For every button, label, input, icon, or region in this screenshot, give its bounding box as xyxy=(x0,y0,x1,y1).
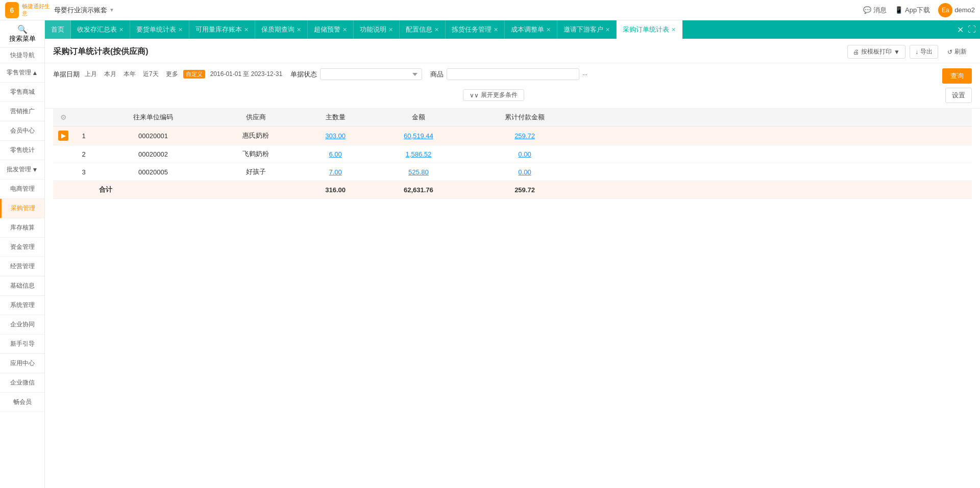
sidebar-item-enterprise-wechat[interactable]: 企业微信 xyxy=(0,373,44,393)
row-supplier-name: 惠氏奶粉 xyxy=(212,126,299,145)
row-supplier-code: 00020002 xyxy=(94,145,212,163)
date-btn-more[interactable]: 更多 xyxy=(164,69,180,79)
sidebar-search-btn[interactable]: 🔍 搜索菜单 xyxy=(0,20,44,48)
tab-pick-task[interactable]: 拣货任务管理 ✕ xyxy=(446,20,505,39)
tab-function-desc[interactable]: 功能说明 ✕ xyxy=(354,20,400,39)
refresh-icon: ↺ xyxy=(947,48,952,56)
sidebar-item-operations[interactable]: 经营管理 xyxy=(0,257,44,276)
sidebar-item-ecommerce[interactable]: 电商管理 xyxy=(0,179,44,199)
tab-receive-summary-close-icon[interactable]: ✕ xyxy=(119,27,124,33)
retail-stats-label: 零售统计 xyxy=(10,146,35,153)
tab-pick-task-close-icon[interactable]: ✕ xyxy=(494,27,498,33)
tab-shelf-life[interactable]: 保质期查询 ✕ xyxy=(255,20,308,39)
tab-order-stats-label: 要货单统计表 xyxy=(136,25,176,34)
tab-function-desc-close-icon[interactable]: ✕ xyxy=(388,27,393,33)
sidebar-item-basics[interactable]: 基础信息 xyxy=(0,276,44,296)
membership-label: 畅会员 xyxy=(13,398,32,405)
page-header: 采购订单统计表(按供应商) 🖨 按模板打印 ▼ ↓ 导出 ↺ xyxy=(45,39,980,63)
tab-invite-downstream-label: 邀请下游客户 xyxy=(564,25,603,34)
row-amount-link[interactable]: 60,519.44 xyxy=(404,132,433,140)
date-btn-7days[interactable]: 近7天 xyxy=(141,69,161,79)
expand-button[interactable]: ∨∨ 展开更多条件 xyxy=(463,89,524,101)
date-filter: 单据日期 上月 本月 本年 近7天 更多 自定义 xyxy=(53,69,282,79)
tab-invite-downstream-close-icon[interactable]: ✕ xyxy=(605,27,610,33)
sidebar-item-membership[interactable]: 畅会员 xyxy=(0,393,44,412)
row-expand-button[interactable]: ▶ xyxy=(58,131,68,141)
sidebar-item-enterprise[interactable]: 企业协同 xyxy=(0,315,44,335)
tab-receive-summary-label: 收发存汇总表 xyxy=(77,25,117,34)
tab-cost-adjust[interactable]: 成本调整单 ✕ xyxy=(505,20,557,39)
date-btn-this-month[interactable]: 本月 xyxy=(102,69,118,79)
sidebar-item-retail-store[interactable]: 零售商城 xyxy=(0,83,44,102)
table-row: 3 00020005 好孩子 7.00 525.80 0.00 xyxy=(53,163,972,181)
page-content: 采购订单统计表(按供应商) 🖨 按模板打印 ▼ ↓ 导出 ↺ xyxy=(45,39,980,488)
footer-settings-cell xyxy=(53,181,74,199)
settings-button[interactable]: 设置 xyxy=(945,88,972,103)
app-download-label: App下载 xyxy=(905,6,930,15)
sidebar-item-inventory[interactable]: 库存核算 xyxy=(0,218,44,238)
goods-input[interactable] xyxy=(447,68,579,80)
date-shortcuts: 上月 本月 本年 近7天 更多 自定义 xyxy=(83,69,205,79)
tab-order-stats[interactable]: 要货单统计表 ✕ xyxy=(130,20,189,39)
sidebar-item-member-center[interactable]: 会员中心 xyxy=(0,121,44,141)
row-quantity-link[interactable]: 7.00 xyxy=(329,168,341,176)
row-index: 2 xyxy=(74,145,94,163)
sidebar-item-retail-management[interactable]: 零售管理 ▲ xyxy=(0,63,44,83)
goods-more-icon[interactable]: ··· xyxy=(582,71,587,78)
tab-overstock[interactable]: 超储预警 ✕ xyxy=(308,20,354,39)
wholesale-arrow-icon: ▼ xyxy=(32,166,38,173)
workspace-selector[interactable]: 母婴行业演示账套 ▼ xyxy=(54,6,114,15)
row-paid-amount-link[interactable]: 0.00 xyxy=(518,168,531,176)
table-settings-icon[interactable]: ⚙ xyxy=(60,113,67,121)
row-paid-amount: 0.00 xyxy=(465,163,584,181)
sidebar-item-system[interactable]: 系统管理 xyxy=(0,296,44,315)
tab-cost-adjust-close-icon[interactable]: ✕ xyxy=(546,27,551,33)
tab-config-info[interactable]: 配置信息 ✕ xyxy=(400,20,446,39)
table-header-row: ⚙ 往来单位编码 供应商 主数量 金额 累计付款金额 xyxy=(53,109,972,126)
tab-config-info-close-icon[interactable]: ✕ xyxy=(434,27,439,33)
sidebar: 🔍 搜索菜单 快捷导航 零售管理 ▲ 零售商城 营销推广 会员中心 零售统计 xyxy=(0,20,45,488)
sidebar-item-marketing[interactable]: 营销推广 xyxy=(0,102,44,121)
tab-purchase-order-stats-close-icon[interactable]: ✕ xyxy=(671,27,676,33)
app-download-button[interactable]: 📱 App下载 xyxy=(895,6,930,15)
sidebar-item-finance[interactable]: 资金管理 xyxy=(0,238,44,257)
sidebar-item-new-guide[interactable]: 新手引导 xyxy=(0,335,44,354)
sidebar-item-wholesale-management[interactable]: 批发管理 ▼ xyxy=(0,160,44,179)
tab-invite-downstream[interactable]: 邀请下游客户 ✕ xyxy=(557,20,617,39)
refresh-button[interactable]: ↺ 刷新 xyxy=(942,45,972,58)
tab-home[interactable]: 首页 xyxy=(45,20,71,39)
status-select[interactable] xyxy=(320,68,422,80)
tab-overstock-close-icon[interactable]: ✕ xyxy=(342,27,347,33)
export-label: 导出 xyxy=(920,47,933,56)
tab-shelf-life-close-icon[interactable]: ✕ xyxy=(297,27,301,33)
tab-receive-summary[interactable]: 收发存汇总表 ✕ xyxy=(71,20,130,39)
row-quantity-link[interactable]: 6.00 xyxy=(329,150,341,158)
date-btn-last-month[interactable]: 上月 xyxy=(83,69,99,79)
close-all-tabs-icon[interactable]: ✕ xyxy=(957,25,964,35)
tab-overstock-label: 超储预警 xyxy=(314,25,340,34)
tab-home-label: 首页 xyxy=(51,25,64,34)
tab-order-stats-close-icon[interactable]: ✕ xyxy=(178,27,183,33)
row-amount-link[interactable]: 525.80 xyxy=(408,168,429,176)
row-paid-amount-link[interactable]: 0.00 xyxy=(518,150,531,158)
tab-purchase-order-stats[interactable]: 采购订单统计表 ✕ xyxy=(617,20,682,39)
tab-available-inventory-close-icon[interactable]: ✕ xyxy=(244,27,249,33)
user-profile[interactable]: Ea demo2 xyxy=(938,3,975,17)
row-supplier-code: 00020001 xyxy=(94,126,212,145)
sidebar-item-purchase-management[interactable]: 采购管理 xyxy=(0,199,44,218)
th-quantity: 主数量 xyxy=(299,109,371,126)
sidebar-item-app-center[interactable]: 应用中心 xyxy=(0,354,44,373)
tab-available-inventory[interactable]: 可用量库存账本 ✕ xyxy=(189,20,255,39)
message-button[interactable]: 💬 消息 xyxy=(863,6,887,15)
query-button[interactable]: 查询 xyxy=(942,68,972,84)
print-button[interactable]: 🖨 按模板打印 ▼ xyxy=(847,45,905,59)
sidebar-quick-nav[interactable]: 快捷导航 xyxy=(0,48,44,63)
export-button[interactable]: ↓ 导出 xyxy=(910,45,938,59)
row-paid-amount-link[interactable]: 259.72 xyxy=(514,132,535,140)
sidebar-item-retail-stats[interactable]: 零售统计 xyxy=(0,141,44,160)
expand-tabs-icon[interactable]: ⛶ xyxy=(968,25,976,34)
row-quantity-link[interactable]: 303.00 xyxy=(325,132,346,140)
date-btn-this-year[interactable]: 本年 xyxy=(121,69,138,79)
goods-filter-label: 商品 xyxy=(430,70,444,79)
row-amount-link[interactable]: 1,586.52 xyxy=(406,150,432,158)
